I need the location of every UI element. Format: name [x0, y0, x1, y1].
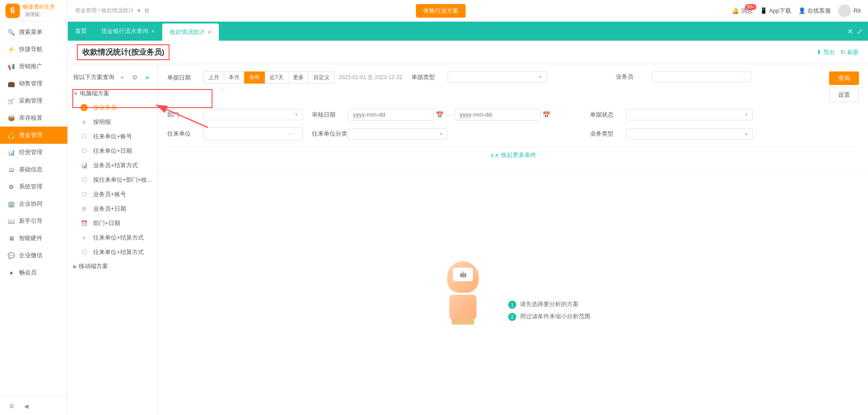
review-date-to[interactable]	[455, 108, 541, 121]
panel-header-label: 按以下方案查询	[73, 73, 114, 81]
date-btn-this-month[interactable]: 本月	[224, 71, 245, 84]
online-service[interactable]: 👤 在线客服	[798, 7, 831, 15]
tab-close-all-icon[interactable]: ✕	[847, 27, 853, 36]
scheme-item-by-salesperson[interactable]: ● 按业务员	[68, 100, 158, 115]
scheme-item-unit-settle1[interactable]: ≡ 往来单位+结算方式	[68, 231, 158, 245]
date-btn-last-month[interactable]: 上月	[203, 71, 224, 84]
settings-scheme-icon[interactable]: ⚙	[130, 72, 140, 82]
scheme-item-sales-date[interactable]: ⚙ 业务员+日期	[68, 202, 158, 216]
date-btn-7days[interactable]: 近7天	[264, 71, 288, 84]
desktop-scheme-group: ▼ 电脑端方案 ● 按业务员 ≡ 按明细 ☐ 往来单位+账号 ☐ 往	[68, 87, 158, 259]
scheme-label: 业务员+账号	[93, 190, 126, 198]
scheme-item-unit-account[interactable]: ☐ 往来单位+账号	[68, 129, 158, 144]
app-download[interactable]: 📱 App下载	[760, 7, 791, 15]
set-button[interactable]: 设置	[829, 88, 859, 102]
tip-item-2: 2 用过滤条件来缩小分析范围	[508, 312, 590, 321]
biz-type-select[interactable]: ▾	[626, 128, 753, 140]
right-panel: 单据日期 上月 本月 本年 近7天 更多 自定义 2023-01-01 至 20…	[158, 64, 868, 415]
tab-home[interactable]: 首页	[68, 22, 94, 41]
collapse-panel-icon[interactable]: «	[142, 72, 152, 82]
counterpart-label: 往来单位	[167, 130, 203, 138]
collapse-label: 收起更多条件	[501, 151, 536, 159]
doc-status-select[interactable]: ▾	[626, 109, 753, 120]
date-label: 单据日期	[167, 74, 203, 82]
review-date-from[interactable]	[348, 108, 434, 121]
dept-select[interactable]: ▾	[203, 109, 303, 120]
sidebar-item-finance[interactable]: 💰 资金管理	[0, 127, 67, 144]
sidebar-item-guide[interactable]: 📖 新手引导	[0, 212, 67, 230]
sidebar-item-enterprise[interactable]: 🏢 企业协同	[0, 195, 67, 212]
avatar-circle	[838, 5, 851, 17]
salesperson-select[interactable]: ...	[652, 71, 751, 82]
sidebar-item-operation[interactable]: 📊 经营管理	[0, 144, 67, 161]
calendar-to-icon[interactable]: 📅	[542, 111, 550, 118]
add-scheme-icon[interactable]: +	[117, 72, 127, 82]
date-button-group: 上月 本月 本年 近7天 更多 自定义 2023-01-01 至 2023-12…	[203, 71, 402, 84]
sidebar-item-smart-hw[interactable]: 🖥 智能硬件	[0, 230, 67, 247]
stock-icon: 📦	[7, 114, 15, 122]
logo-icon: 6	[5, 4, 20, 18]
collapse-filter-button[interactable]: ∧∧ 收起更多条件	[167, 147, 859, 163]
refresh-button[interactable]: ↻ 刷新	[840, 48, 859, 57]
trial-button[interactable]: 体验行业方案	[416, 4, 466, 18]
sidebar-item-search[interactable]: 🔍 搜索菜单	[0, 24, 67, 41]
scheme-label: 往来单位+结算方式	[93, 248, 144, 256]
sidebar-item-purchase[interactable]: 🛒 采购管理	[0, 92, 67, 109]
tab-bank-flow[interactable]: 现金银行流水查询 ✕	[94, 22, 162, 41]
counterpart-select[interactable]: ···	[203, 127, 303, 141]
guide-icon: 📖	[7, 217, 15, 225]
scheme-label: 按业务员	[93, 104, 117, 112]
date-btn-more[interactable]: 更多	[288, 71, 309, 84]
tab-expand-icon[interactable]: ⤢	[857, 27, 863, 36]
sidebar-item-stock[interactable]: 📦 库存核算	[0, 109, 67, 127]
sidebar-item-basic[interactable]: 🗂 基础信息	[0, 161, 67, 178]
date-btn-this-year[interactable]: 本年	[244, 71, 265, 84]
refresh-icon: ↻	[840, 49, 845, 56]
breadcrumb-dropdown-icon[interactable]: ▾	[137, 7, 141, 14]
scheme-item-by-detail[interactable]: ≡ 按明细	[68, 115, 158, 129]
tab-collection-stats-label: 收款情况统计	[170, 28, 205, 36]
sidebar-item-member[interactable]: ♦ 畅会员	[0, 264, 67, 281]
biz-type-arrow-icon: ▾	[745, 131, 748, 137]
top-header: 资金管理 / 收款情况统计 ▾ ⚙ 体验行业方案 🔔 消息 99+ 📱 App下…	[68, 0, 868, 22]
sidebar-item-wechat[interactable]: 💬 企业微信	[0, 247, 67, 264]
header-settings-icon[interactable]: ⚙	[144, 7, 150, 14]
collapse-sidebar-icon[interactable]: ◀	[22, 401, 31, 410]
export-button[interactable]: ⬆ 导出	[816, 48, 835, 57]
query-button[interactable]: 查询	[829, 71, 859, 85]
desktop-scheme-title[interactable]: ▼ 电脑端方案	[68, 87, 158, 100]
unit-account-icon: ☐	[80, 133, 88, 140]
sidebar-item-marketing[interactable]: 📢 营销推广	[0, 58, 67, 75]
tip-text-2: 用过滤条件来缩小分析范围	[520, 312, 590, 321]
scheme-item-unit-dept-collect[interactable]: ☐ 按往来单位+部门+收...	[68, 173, 158, 187]
notification-area[interactable]: 🔔 消息 99+	[732, 7, 753, 15]
calendar-from-icon[interactable]: 📅	[436, 111, 443, 118]
main-content: 资金管理 / 收款情况统计 ▾ ⚙ 体验行业方案 🔔 消息 99+ 📱 App下…	[68, 0, 868, 415]
scheme-label: 按往来单位+部门+收...	[93, 176, 152, 184]
sidebar-item-sales[interactable]: 💼 销售管理	[0, 75, 67, 92]
scheme-label: 往来单位+日期	[93, 147, 132, 155]
scheme-item-sales-account[interactable]: ☐ 业务员+账号	[68, 187, 158, 202]
app-logo: 6 畅捷通好生意 标准版	[0, 0, 67, 22]
counterpart-type-select[interactable]: ▾	[348, 128, 448, 140]
sidebar-item-quick-nav[interactable]: ⚡ 快捷导航	[0, 41, 67, 58]
review-date-label: 审核日期	[312, 111, 348, 119]
counterpart-more-icon[interactable]: ···	[288, 130, 294, 138]
scheme-item-unit-date[interactable]: ☐ 往来单位+日期	[68, 144, 158, 158]
tab-bank-flow-close[interactable]: ✕	[151, 28, 155, 34]
scheme-item-dept-date[interactable]: ⏰ 部门+日期	[68, 216, 158, 231]
sidebar-item-label: 库存核算	[19, 114, 42, 122]
user-avatar[interactable]: Rit	[838, 5, 861, 17]
doc-type-select[interactable]: ▾	[448, 71, 547, 83]
scheme-item-sales-settle[interactable]: 📊 业务员+结算方式	[68, 158, 158, 173]
settings-bottom-icon[interactable]: ⚙	[7, 401, 16, 410]
basic-icon: 🗂	[7, 165, 15, 174]
tab-collection-stats[interactable]: 收款情况统计 ✕	[162, 24, 219, 41]
scheme-item-unit-settle2[interactable]: ☐ 往来单位+结算方式	[68, 245, 158, 259]
tab-collection-stats-close[interactable]: ✕	[208, 29, 212, 35]
mobile-scheme-title[interactable]: ▶ 移动端方案	[68, 259, 158, 273]
sidebar-item-system[interactable]: ⚙ 系统管理	[0, 178, 67, 195]
date-btn-custom[interactable]: 自定义	[308, 71, 335, 84]
sidebar-item-label: 基础信息	[19, 165, 42, 174]
finance-icon: 💰	[7, 131, 15, 139]
